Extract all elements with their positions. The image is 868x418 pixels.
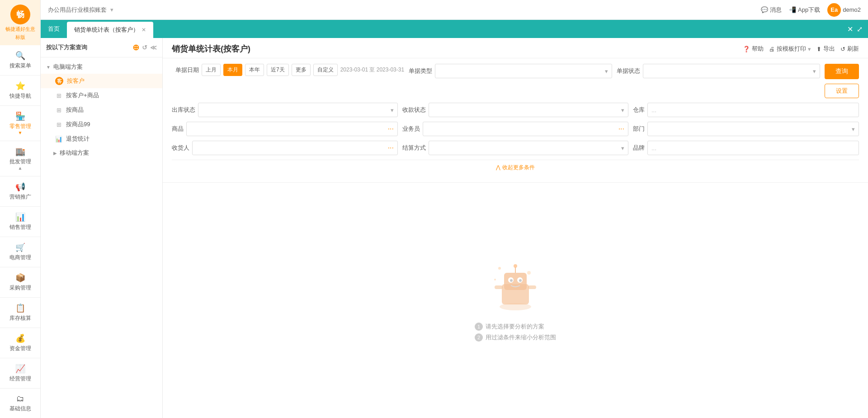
left-panel-header: 按以下方案查询 ⊕ ↺ ≪	[41, 38, 162, 57]
date-btn-custom[interactable]: 自定义	[313, 64, 338, 76]
payment-method-arrow: ▾	[621, 145, 624, 152]
refresh-btn[interactable]: ↺ 刷新	[840, 45, 859, 53]
collapse-panel-icon[interactable]: ≪	[150, 44, 157, 51]
tab-sales-stat-label: 销货单统计表（按客户）	[74, 26, 139, 34]
plan-item-customer-product[interactable]: ⊞ 按客户+商品	[41, 88, 162, 103]
group-arrow: ▼	[46, 65, 51, 70]
doc-type-select[interactable]: ▾	[435, 64, 612, 78]
plan-item-icon: 客	[55, 77, 63, 85]
empty-tip-1: 1 请先选择要分析的方案	[475, 323, 556, 331]
staff-select[interactable]: ···	[423, 122, 628, 136]
product-label: 商品	[172, 125, 184, 133]
content-area: 按以下方案查询 ⊕ ↺ ≪ ▼ 电脑端方案 客 按客户 ⊞	[41, 38, 868, 418]
user-profile-btn[interactable]: Ea demo2	[827, 3, 861, 17]
sidebar-item-basic[interactable]: 🗂 基础信息	[0, 389, 40, 418]
sidebar-item-search[interactable]: 🔍 搜索菜单	[0, 45, 40, 76]
tip-num-2: 2	[475, 333, 483, 342]
tab-bar: 首页 销货单统计表（按客户） ✕ ✕ ⤢	[41, 20, 868, 38]
doc-status-select[interactable]: ▾	[643, 64, 820, 78]
sidebar-item-label: 搜索菜单	[9, 62, 31, 70]
message-label: 消息	[770, 6, 782, 14]
svg-point-11	[498, 267, 501, 270]
payment-method-select[interactable]: ▾	[429, 141, 628, 155]
print-btn[interactable]: 🖨 按模板打印 ▾	[769, 45, 811, 53]
date-btn-more[interactable]: 更多	[292, 64, 311, 76]
sidebar-item-sales[interactable]: 📊 销售管理	[0, 207, 40, 237]
app-download-btn[interactable]: 📲 App下载	[789, 6, 820, 14]
warehouse-col: 仓库 ...	[633, 103, 859, 117]
export-btn[interactable]: ⬆ 导出	[816, 45, 835, 53]
header-right: 💬 消息 📲 App下载 Ea demo2	[761, 3, 861, 17]
warehouse-placeholder: ...	[651, 107, 656, 114]
payment-status-select[interactable]: ▾	[429, 103, 628, 117]
payment-method-col: 结算方式 ▾	[402, 141, 628, 155]
svg-point-12	[527, 271, 531, 275]
settings-button[interactable]: 设置	[825, 84, 859, 98]
doc-status-col: 单据状态 ▾	[617, 64, 820, 78]
sidebar-item-quicknav[interactable]: ⭐ 快捷导航	[0, 76, 40, 106]
brand-select[interactable]: ...	[647, 141, 859, 155]
add-plan-icon[interactable]: ⊕	[132, 43, 139, 52]
plan-group-desktop[interactable]: ▼ 电脑端方案	[41, 60, 162, 74]
query-button[interactable]: 查询	[825, 64, 859, 79]
tab-close-btn[interactable]: ✕	[142, 27, 146, 33]
plan-item-label: 按客户	[67, 77, 85, 85]
sidebar-item-operations[interactable]: 📈 经营管理	[0, 358, 40, 389]
svg-rect-2	[504, 273, 527, 290]
tab-home-label: 首页	[48, 25, 60, 33]
dept-select[interactable]: ▾	[647, 122, 859, 136]
plan-item-label: 按客户+商品	[66, 91, 99, 100]
receiver-select[interactable]: ···	[192, 141, 398, 155]
doc-status-dropdown-icon: ▾	[813, 68, 816, 75]
window-controls: ✕ ⤢	[847, 25, 868, 33]
staff-dots[interactable]: ···	[618, 125, 624, 133]
sidebar-logo: 畅 畅捷通好生意 标版	[0, 0, 40, 45]
out-status-label: 出库状态	[172, 106, 195, 114]
sidebar-item-label: 快捷导航	[9, 92, 31, 100]
download-icon: 📲	[789, 6, 796, 13]
date-btn-this-month[interactable]: 本月	[223, 64, 242, 76]
plan-group-mobile[interactable]: ▶ 移动端方案	[41, 146, 162, 160]
sidebar-item-ecommerce[interactable]: 🛒 电商管理	[0, 237, 40, 267]
collapse-btn[interactable]: ⋀ 收起更多条件	[172, 160, 859, 175]
refresh-plan-icon[interactable]: ↺	[142, 44, 147, 51]
help-btn[interactable]: ❓ 帮助	[743, 45, 764, 53]
plan-item-return-stat[interactable]: 📊 退货统计	[41, 132, 162, 146]
plan-item-by-customer[interactable]: 客 按客户	[41, 74, 162, 88]
sidebar-item-wholesale[interactable]: 🏬 批发管理 ▲	[0, 141, 40, 176]
date-btn-this-year[interactable]: 本年	[245, 64, 264, 76]
out-status-arrow: ▾	[391, 107, 394, 114]
payment-method-label: 结算方式	[402, 144, 426, 152]
svg-point-8	[514, 264, 517, 268]
doc-type-label: 单据类型	[409, 67, 432, 75]
date-btn-last-month[interactable]: 上月	[202, 64, 221, 76]
help-icon: ❓	[743, 46, 750, 52]
sidebar-item-finance[interactable]: 💰 资金管理	[0, 328, 40, 358]
sidebar-item-label: 库存核算	[9, 314, 31, 322]
sidebar-item-retail[interactable]: 🏪 零售管理 ▼	[0, 106, 40, 141]
receiver-label: 收货人	[172, 144, 189, 152]
header-dropdown-icon[interactable]: ▾	[110, 6, 113, 13]
logo-subtitle: 标版	[15, 34, 25, 41]
out-status-select[interactable]: ▾	[198, 103, 398, 117]
empty-tips: 1 请先选择要分析的方案 2 用过滤条件来缩小分析范围	[475, 323, 556, 342]
sidebar-item-marketing[interactable]: 📢 营销推广	[0, 176, 40, 207]
tab-home[interactable]: 首页	[41, 20, 67, 38]
payment-status-arrow: ▾	[621, 107, 624, 114]
maximize-window-icon[interactable]: ⤢	[857, 25, 863, 33]
date-btn-last7days[interactable]: 近7天	[267, 64, 289, 76]
close-window-icon[interactable]: ✕	[847, 25, 853, 33]
staff-col: 业务员 ···	[402, 122, 628, 136]
message-btn[interactable]: 💬 消息	[761, 6, 782, 14]
receiver-dots[interactable]: ···	[388, 144, 394, 152]
plan-item-product99[interactable]: ⊞ 按商品99	[41, 117, 162, 132]
plan-item-product[interactable]: ⊞ 按商品	[41, 103, 162, 117]
product-dots[interactable]: ···	[388, 125, 394, 133]
inventory-icon: 📋	[15, 303, 25, 313]
warehouse-select[interactable]: ...	[647, 103, 859, 117]
product-select[interactable]: ···	[186, 122, 398, 136]
sidebar-item-inventory[interactable]: 📋 库存核算	[0, 298, 40, 328]
tab-sales-stat[interactable]: 销货单统计表（按客户） ✕	[67, 22, 153, 38]
sidebar-item-purchase[interactable]: 📦 采购管理	[0, 267, 40, 298]
dept-label: 部门	[633, 125, 645, 133]
